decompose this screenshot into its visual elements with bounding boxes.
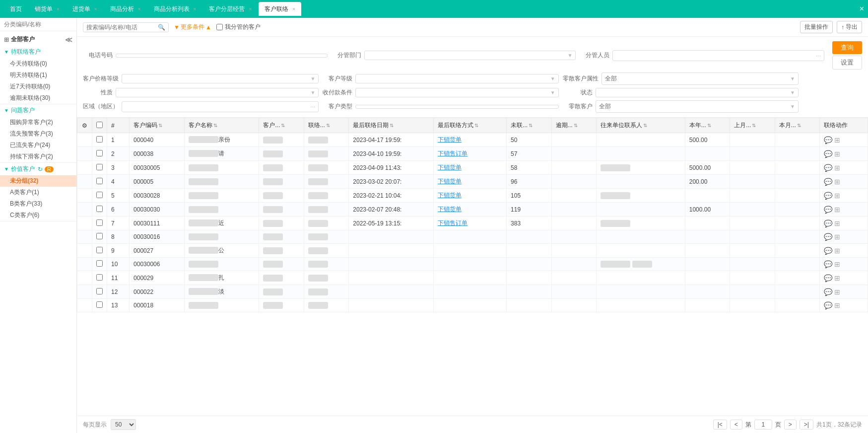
row-checkbox-cell[interactable]	[92, 216, 107, 230]
sidebar-item-churn-warning[interactable]: 流失预警客户(3)	[0, 128, 76, 140]
tab-product-analysis[interactable]: 商品分析 ×	[104, 2, 147, 16]
grid-action-icon[interactable]: ⊞	[834, 136, 840, 144]
tab-product-analysis-list[interactable]: 商品分析列表 ×	[148, 2, 202, 16]
row-checkbox-cell[interactable]	[92, 258, 107, 271]
row-contact-method-link[interactable]: 下销货单	[438, 206, 462, 213]
row-last-contact-method[interactable]: 下销货单	[434, 189, 507, 203]
col-this-month[interactable]: 本月... ⇅	[775, 118, 820, 133]
chat-icon[interactable]: 💬	[824, 206, 832, 214]
last-month-sort[interactable]: ⇅	[752, 123, 756, 128]
first-page-btn[interactable]: |<	[713, 420, 727, 430]
chat-icon[interactable]: 💬	[824, 260, 832, 268]
row-last-contact-method[interactable]	[434, 299, 507, 312]
chat-icon[interactable]: 💬	[824, 219, 832, 227]
row-contact-method-link[interactable]: 下销货单	[438, 192, 462, 199]
no-contact-sort[interactable]: ⇅	[529, 123, 533, 128]
row-checkbox-cell[interactable]	[92, 230, 107, 244]
row-checkbox[interactable]	[96, 219, 103, 226]
row-checkbox[interactable]	[96, 247, 103, 253]
row-last-contact-method[interactable]	[434, 285, 507, 299]
row-action[interactable]: 💬 ⊞	[820, 258, 868, 271]
row-checkbox-cell[interactable]	[92, 161, 107, 175]
row-last-contact-method[interactable]: 下销货单	[434, 203, 507, 216]
last-date-sort[interactable]: ⇅	[390, 123, 394, 128]
my-customers-filter[interactable]: 我分管的客户	[216, 23, 261, 31]
sidebar-collapse-icon[interactable]: ≪	[65, 36, 72, 44]
retail-customer-select[interactable]: 全部▼	[596, 100, 799, 113]
row-checkbox[interactable]	[96, 301, 103, 308]
sidebar-value-title[interactable]: ▼ 价值客户 ↻ R	[0, 163, 76, 175]
grid-action-icon[interactable]: ⊞	[834, 247, 840, 255]
grid-action-icon[interactable]: ⊞	[834, 219, 840, 227]
row-action[interactable]: 💬 ⊞	[820, 244, 868, 258]
row-checkbox-cell[interactable]	[92, 203, 107, 216]
phone-input[interactable]	[116, 54, 328, 58]
sidebar-item-today[interactable]: 今天待联络(0)	[0, 58, 76, 70]
tab-product-analysis-list-close[interactable]: ×	[194, 6, 197, 12]
tab-product-analysis-close[interactable]: ×	[138, 6, 141, 12]
grid-action-icon[interactable]: ⊞	[834, 192, 840, 200]
grid-action-icon[interactable]: ⊞	[834, 233, 840, 241]
tab-customer-segment[interactable]: 客户分层经营 ×	[203, 2, 258, 16]
tab-customer-segment-close[interactable]: ×	[249, 6, 252, 12]
row-action[interactable]: 💬 ⊞	[820, 230, 868, 244]
row-last-contact-method[interactable]	[434, 244, 507, 258]
grid-action-icon[interactable]: ⊞	[834, 178, 840, 186]
tab-sales[interactable]: 销货单 ×	[29, 2, 66, 16]
nature-select[interactable]: ▼	[116, 88, 319, 97]
row-action[interactable]: 💬 ⊞	[820, 203, 868, 216]
sidebar-item-tomorrow[interactable]: 明天待联络(1)	[0, 70, 76, 81]
sidebar-item-7days[interactable]: 近7天待联络(0)	[0, 81, 76, 92]
row-checkbox[interactable]	[96, 260, 103, 267]
row-checkbox[interactable]	[96, 150, 103, 156]
sidebar-item-declining[interactable]: 持续下滑客户(2)	[0, 151, 76, 162]
name-sort[interactable]: ⇅	[213, 123, 217, 128]
row-action[interactable]: 💬 ⊞	[820, 133, 868, 147]
page-size-select[interactable]: 50 20 100	[111, 419, 136, 430]
export-btn[interactable]: ↑ 导出	[837, 21, 862, 33]
tab-customer-contact-close[interactable]: ×	[292, 6, 295, 12]
reset-btn[interactable]: 设置	[832, 56, 862, 70]
sidebar-item-overdue[interactable]: 逾期未联络(30)	[0, 92, 76, 104]
col-last-contact-date[interactable]: 最后联络日期 ⇅	[349, 118, 434, 133]
status-select[interactable]: ▼	[596, 88, 799, 97]
sidebar-pending-title[interactable]: ▼ 待联络客户	[0, 46, 76, 58]
grid-action-icon[interactable]: ⊞	[834, 274, 840, 282]
col-last-month[interactable]: 上月... ⇅	[730, 118, 775, 133]
col-no-contact[interactable]: 未联... ⇅	[507, 118, 552, 133]
sidebar-item-hoarding[interactable]: 囤购异常客户(2)	[0, 117, 76, 128]
sidebar-item-class-c[interactable]: C类客户(6)	[0, 210, 76, 221]
chat-icon[interactable]: 💬	[824, 164, 832, 172]
query-btn[interactable]: 查询	[832, 41, 862, 54]
row-checkbox[interactable]	[96, 136, 103, 143]
row-checkbox-cell[interactable]	[92, 189, 107, 203]
search-input[interactable]	[86, 24, 156, 31]
row-contact-method-link[interactable]: 下销货单	[438, 178, 462, 185]
row-checkbox-cell[interactable]	[92, 175, 107, 189]
retail-attr-select[interactable]: 全部▼	[601, 72, 799, 85]
sidebar-item-churned[interactable]: 已流失客户(24)	[0, 140, 76, 151]
sidebar-problem-title[interactable]: ▼ 问题客户	[0, 104, 76, 117]
tab-purchase[interactable]: 进货单 ×	[67, 2, 103, 16]
row-checkbox[interactable]	[96, 192, 103, 198]
row-last-contact-method[interactable]	[434, 258, 507, 271]
chat-icon[interactable]: 💬	[824, 178, 832, 186]
row-checkbox-cell[interactable]	[92, 299, 107, 312]
row-last-contact-method[interactable]: 下销售订单	[434, 147, 507, 161]
more-conditions-btn[interactable]: ▼ 更多条件 ▲	[174, 23, 211, 31]
this-month-sort[interactable]: ⇅	[797, 123, 801, 128]
row-action[interactable]: 💬 ⊞	[820, 161, 868, 175]
last-page-btn[interactable]: >|	[800, 420, 813, 430]
row-contact-method-link[interactable]: 下销售订单	[438, 219, 467, 226]
chat-icon[interactable]: 💬	[824, 301, 832, 309]
row-checkbox-cell[interactable]	[92, 271, 107, 285]
sidebar-item-class-a[interactable]: A类客户(1)	[0, 187, 76, 198]
grid-action-icon[interactable]: ⊞	[834, 260, 840, 268]
next-page-btn[interactable]: >	[784, 420, 797, 430]
row-action[interactable]: 💬 ⊞	[820, 285, 868, 299]
row-action[interactable]: 💬 ⊞	[820, 175, 868, 189]
row-action[interactable]: 💬 ⊞	[820, 271, 868, 285]
my-customers-checkbox[interactable]	[216, 24, 223, 30]
col-this-year[interactable]: 本年... ⇅	[685, 118, 730, 133]
grid-action-icon[interactable]: ⊞	[834, 301, 840, 309]
